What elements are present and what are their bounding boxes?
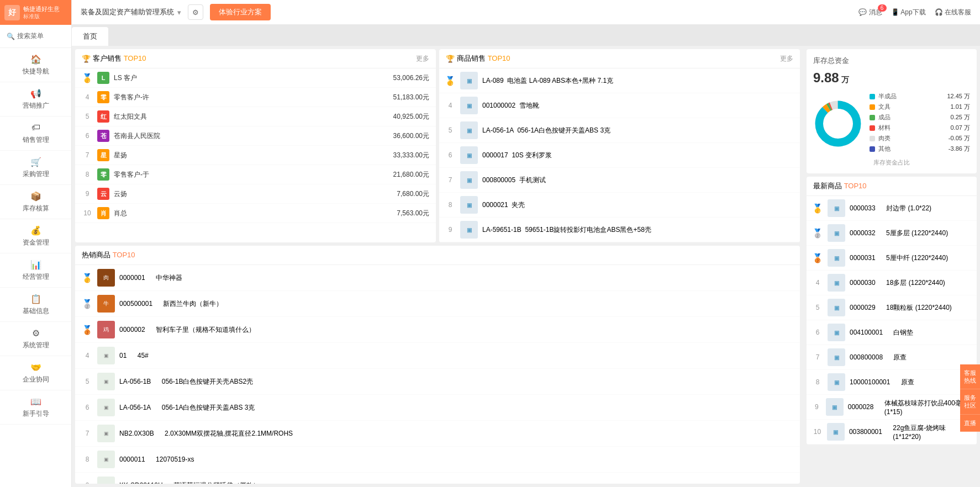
table-row: 9 云 云扬 7,680.00元 [75, 184, 436, 204]
sidebar-item-xiaoshou[interactable]: 🏷 销售管理 [0, 117, 71, 151]
list-item: 9 ▣ KK-SD22110H 花语萌恒温分腿睡袋（厚款） [75, 473, 800, 484]
hot-code-3: 0000002 [119, 326, 145, 334]
list-item: 7 ▣ 000800008 原查 [807, 345, 977, 370]
search-menu-button[interactable]: 🔍 搜索菜单 [4, 29, 67, 43]
legend-dot-green [870, 115, 875, 120]
list-item: 5 ▣ LA-056-1B 056-1B白色按键开关壳ABS2壳 [75, 369, 800, 395]
sidebar-item-jichu[interactable]: 📋 基础信息 [0, 288, 71, 322]
rank-num-4: 6 [82, 132, 93, 140]
prod-thumb-4: ▣ [460, 146, 478, 164]
sidebar-item-caigou[interactable]: 🛒 采购管理 [0, 151, 71, 185]
nav-icon-guide: 📖 [30, 396, 41, 407]
product-sales-header: 🏆 商品销售 TOP10 更多 [439, 49, 800, 68]
list-item: 🥉 ▣ 0000031 5厘中纤 (1220*2440) [807, 246, 977, 271]
table-row: 10 肖 肖总 7,563.00元 [75, 204, 436, 223]
sidebar-item-kucun[interactable]: 📦 库存核算 [0, 185, 71, 219]
sidebar-item-kuaijie[interactable]: 🏠 快捷导航 [0, 48, 71, 82]
header: 装备及固定资产辅助管理系统 ▾ ⚙ 体验行业方案 💬 6 消息 📱 App下载 … [72, 0, 980, 25]
rank-name-6: 零售客户-于 [114, 170, 389, 179]
legend-dot-orange [870, 104, 875, 110]
list-item: 4 ▣ 01 45# [75, 343, 800, 369]
stock-panel: 库存总资金 9.88万 [807, 49, 977, 173]
trophy-icon-product: 🏆 [446, 55, 455, 63]
nav-icon-operation: 📊 [30, 259, 41, 270]
hot-thumb-2: 牛 [97, 295, 115, 313]
table-row: 🥇 ▣ LA-089 电池盖 LA-089 ABS本色+黑种 7.1克 [439, 68, 800, 93]
medal-1: 🥇 [82, 73, 93, 83]
prod-thumb-1: ▣ [460, 72, 478, 89]
sidebar-item-xitong[interactable]: ⚙ 系统管理 [0, 322, 71, 356]
online-service-area[interactable]: 🎧 在线客服 [935, 8, 971, 17]
rank-badge-2: 零 [97, 91, 109, 103]
rank-badge-4: 苍 [97, 130, 109, 142]
logo-text: 畅捷通好生意 标准版 [23, 5, 60, 20]
list-item: 🥈 牛 000500001 新西兰牛肉（新牛） [75, 291, 800, 317]
newest-products-list: 🥇 ▣ 0000033 封边带 (1.0*22) 🥈 ▣ 0000032 5厘多… [807, 196, 977, 444]
list-item: 🥉 鸡 0000002 智利车子里（规格不知道填什么） [75, 317, 800, 343]
legend-item-finished: 成品 0.25 万 [870, 113, 970, 121]
float-btn-service[interactable]: 客服 热线 [960, 364, 980, 390]
sidebar-nav: 🏠 快捷导航 📢 营销推广 🏷 销售管理 🛒 采购管理 📦 库存核算 💰 资金管… [0, 48, 71, 487]
rank-amount-4: 36,600.00元 [393, 131, 429, 141]
trophy-icon: 🏆 [82, 55, 91, 63]
settings-button[interactable]: ⚙ [188, 4, 203, 20]
tab-home[interactable]: 首页 [72, 27, 108, 46]
stock-donut-chart [813, 99, 863, 149]
list-item: 4 ▣ 0000030 18多层 (1220*2440) [807, 271, 977, 295]
content-area: 🏆 客户销售 TOP10 更多 🥇 L LS 客户 53,006.26元 [72, 46, 980, 487]
newest-thumb-9: ▣ [826, 398, 844, 416]
hot-code-8: 0000011 [119, 456, 145, 463]
notification-area[interactable]: 💬 6 消息 [858, 8, 882, 17]
hot-name-6: 056-1A白色按键开关盖ABS 3克 [162, 403, 255, 412]
stock-chart-label: 库存资金占比 [813, 158, 970, 167]
stock-amount: 9.88万 [813, 70, 970, 86]
hot-name-8: 12070519-xs [156, 456, 194, 463]
rank-num-3: 5 [82, 113, 93, 120]
product-sales-more[interactable]: 更多 [780, 54, 793, 63]
rank-badge-5: 星 [97, 149, 109, 161]
hot-thumb-6: ▣ [97, 399, 115, 416]
list-item: 🥇 ▣ 0000033 封边带 (1.0*22) [807, 196, 977, 221]
hot-thumb-7: ▣ [97, 425, 115, 442]
hot-name-4: 45# [138, 352, 149, 359]
sidebar-item-xinshou[interactable]: 📖 新手引导 [0, 390, 71, 425]
hot-products-list: 🥇 肉 0000001 中华神器 🥈 牛 000500001 新西兰 [75, 265, 800, 484]
hot-code-1: 0000001 [119, 274, 145, 282]
nav-icon-marketing: 📢 [30, 88, 41, 99]
trial-button[interactable]: 体验行业方案 [210, 4, 271, 20]
float-btn-live[interactable]: 直播 [960, 415, 980, 432]
sidebar-item-jingying[interactable]: 📊 经营管理 [0, 253, 71, 288]
sidebar-item-qiye[interactable]: 🤝 企业协同 [0, 356, 71, 390]
prod-info-6: 0000021 夹壳 [482, 200, 794, 210]
rank-amount-6: 21,680.00元 [393, 170, 429, 179]
app-download-area[interactable]: 📱 App下载 [891, 8, 926, 17]
rank-num-8: 10 [82, 209, 93, 217]
newest-thumb-8: ▣ [828, 373, 845, 391]
hot-name-3: 智利车子里（规格不知道填什么） [156, 325, 255, 335]
prod-info-2: 001000002 雪地靴 [482, 101, 794, 110]
rank-amount-3: 40,925.00元 [393, 112, 429, 121]
legend-item-material: 材料 0.07 万 [870, 124, 970, 132]
hot-medal-2: 🥈 [82, 299, 93, 309]
sidebar-search-area[interactable]: 🔍 搜索菜单 [0, 25, 71, 48]
dropdown-icon: ▾ [177, 8, 181, 17]
newest-thumb-3: ▣ [828, 249, 845, 267]
logo-icon: 好 [4, 5, 20, 20]
rank-amount-1: 53,006.26元 [393, 73, 429, 83]
sidebar-item-yingxiao[interactable]: 📢 营销推广 [0, 82, 71, 117]
stock-legend: 半成品 12.45 万 文具 1.01 万 成品 0.25 万 [870, 92, 970, 155]
legend-item-semifinished: 半成品 12.45 万 [870, 92, 970, 100]
message-icon: 💬 [858, 8, 867, 16]
rank-num-6: 8 [82, 171, 93, 178]
hot-name-9: 花语萌恒温分腿睡袋（厚款） [173, 481, 260, 484]
list-item: 🥇 肉 0000001 中华神器 [75, 265, 800, 291]
sidebar-item-zijin[interactable]: 💰 资金管理 [0, 219, 71, 253]
newest-thumb-6: ▣ [828, 324, 845, 341]
legend-item-other: 其他 -3.86 万 [870, 145, 970, 153]
svg-point-1 [819, 105, 857, 142]
prod-thumb-2: ▣ [460, 97, 478, 114]
float-btn-community[interactable]: 服务 社区 [960, 389, 980, 415]
table-row: 8 零 零售客户-于 21,680.00元 [75, 165, 436, 184]
prod-thumb-6: ▣ [460, 196, 478, 214]
customer-sales-more[interactable]: 更多 [416, 54, 429, 63]
